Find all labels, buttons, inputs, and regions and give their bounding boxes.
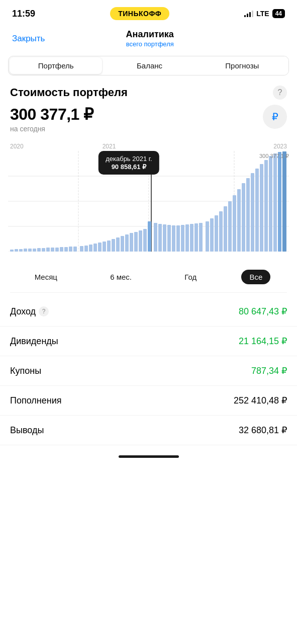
svg-rect-48 xyxy=(194,223,198,252)
svg-rect-39 xyxy=(154,223,157,252)
time-btn-year[interactable]: Год xyxy=(176,270,205,284)
tab-balance[interactable]: Баланс xyxy=(103,56,195,75)
svg-rect-57 xyxy=(237,189,241,252)
home-indicator xyxy=(119,455,179,458)
time-btn-month[interactable]: Месяц xyxy=(27,270,65,284)
time-btn-6months[interactable]: 6 мес. xyxy=(102,270,140,284)
income-label: Доход ? xyxy=(10,306,49,317)
svg-rect-28 xyxy=(103,242,106,252)
time-range: Месяц 6 мес. Год Все xyxy=(0,264,297,288)
svg-rect-66 xyxy=(278,152,281,252)
svg-rect-20 xyxy=(64,247,68,252)
dividends-value: 21 164,15 ₽ xyxy=(239,336,287,347)
svg-rect-33 xyxy=(125,234,129,252)
svg-rect-50 xyxy=(206,221,209,252)
svg-rect-51 xyxy=(210,218,214,252)
svg-rect-14 xyxy=(37,248,41,252)
tooltip-value: 90 858,61 ₽ xyxy=(106,163,152,171)
svg-rect-44 xyxy=(176,225,180,252)
svg-rect-32 xyxy=(121,236,124,252)
portfolio-help-icon[interactable]: ? xyxy=(273,86,287,100)
svg-rect-42 xyxy=(167,225,171,252)
svg-rect-31 xyxy=(116,237,120,252)
chart-max-value: 300 377,1 ₽ xyxy=(259,153,289,159)
withdrawals-label: Выводы xyxy=(10,425,44,436)
svg-rect-58 xyxy=(242,183,245,252)
svg-rect-29 xyxy=(107,240,111,252)
stats-row-dividends: Дивиденды 21 164,15 ₽ xyxy=(0,327,297,356)
svg-rect-55 xyxy=(228,201,232,252)
svg-rect-21 xyxy=(69,247,72,252)
svg-rect-45 xyxy=(181,225,184,252)
coupons-label: Купоны xyxy=(10,366,41,376)
time-btn-all[interactable]: Все xyxy=(241,270,270,284)
chart-year-2021: 2021 xyxy=(103,143,116,150)
svg-rect-54 xyxy=(224,206,227,252)
page-title: Аналитика xyxy=(126,29,174,40)
page-subtitle: всего портфеля xyxy=(126,40,174,48)
svg-rect-22 xyxy=(73,247,77,252)
chart-container: 2020 2021 2023 декабрь 2021 г. 90 858,61… xyxy=(0,143,297,264)
income-value: 80 647,43 ₽ xyxy=(239,306,287,317)
chart-svg-wrapper: декабрь 2021 г. 90 858,61 ₽ 300 377,1 ₽ xyxy=(8,151,289,252)
svg-rect-10 xyxy=(19,249,23,252)
svg-rect-26 xyxy=(93,244,97,252)
portfolio-subtext: на сегодня xyxy=(10,125,93,133)
svg-rect-61 xyxy=(255,169,259,252)
stats-row-withdrawals: Выводы 32 680,81 ₽ xyxy=(0,416,297,445)
svg-rect-36 xyxy=(139,230,142,252)
brand-logo: ТИНЬКОФФ xyxy=(110,7,169,20)
battery-badge: 44 xyxy=(272,9,285,18)
svg-rect-34 xyxy=(130,233,133,252)
svg-rect-15 xyxy=(42,248,45,252)
bottom-indicator xyxy=(0,445,297,463)
income-help-icon[interactable]: ? xyxy=(39,306,49,316)
section-title: Стоимость портфеля xyxy=(10,86,128,99)
status-time: 11:59 xyxy=(12,9,35,19)
signal-icon xyxy=(244,10,253,17)
svg-rect-24 xyxy=(84,246,88,252)
svg-rect-65 xyxy=(273,153,277,252)
stats-row-deposits: Пополнения 252 410,48 ₽ xyxy=(0,386,297,416)
svg-rect-30 xyxy=(112,239,115,252)
svg-rect-38 xyxy=(148,221,151,252)
svg-rect-16 xyxy=(46,248,50,252)
svg-rect-8 xyxy=(10,250,14,252)
svg-rect-52 xyxy=(215,215,218,252)
svg-rect-43 xyxy=(172,225,175,252)
tab-bar: Портфель Баланс Прогнозы xyxy=(8,56,289,75)
chart-year-2020: 2020 xyxy=(10,143,24,150)
section-header: Стоимость портфеля ? xyxy=(0,86,297,105)
close-button[interactable]: Закрыть xyxy=(12,34,45,44)
currency-toggle[interactable]: ₽ xyxy=(263,105,287,129)
status-right: LTE 44 xyxy=(244,9,285,18)
stats-row-coupons: Купоны 787,34 ₽ xyxy=(0,356,297,386)
svg-rect-59 xyxy=(246,178,250,252)
svg-rect-18 xyxy=(55,248,59,252)
svg-rect-40 xyxy=(158,224,162,252)
coupons-value: 787,34 ₽ xyxy=(251,365,287,376)
svg-rect-35 xyxy=(134,232,138,252)
svg-rect-46 xyxy=(185,224,189,252)
value-block: 300 377,1 ₽ на сегодня ₽ xyxy=(0,105,297,135)
svg-rect-53 xyxy=(219,211,223,252)
svg-rect-23 xyxy=(80,246,83,252)
svg-rect-64 xyxy=(269,156,272,252)
svg-rect-17 xyxy=(51,248,54,252)
svg-rect-60 xyxy=(251,173,254,252)
svg-rect-11 xyxy=(24,249,27,252)
svg-rect-27 xyxy=(98,243,102,252)
svg-rect-19 xyxy=(60,247,63,252)
divider-1 xyxy=(10,292,287,293)
lte-label: LTE xyxy=(256,10,269,18)
svg-rect-12 xyxy=(28,249,32,252)
tab-portfolio[interactable]: Портфель xyxy=(10,57,102,74)
chart-tooltip: декабрь 2021 г. 90 858,61 ₽ xyxy=(98,151,159,175)
deposits-value: 252 410,48 ₽ xyxy=(234,395,287,406)
stats-row-income: Доход ? 80 647,43 ₽ xyxy=(0,297,297,327)
tab-forecast[interactable]: Прогнозы xyxy=(196,56,288,75)
withdrawals-value: 32 680,81 ₽ xyxy=(239,425,287,436)
svg-rect-41 xyxy=(163,224,166,252)
deposits-label: Пополнения xyxy=(10,395,62,406)
svg-rect-63 xyxy=(264,160,268,252)
